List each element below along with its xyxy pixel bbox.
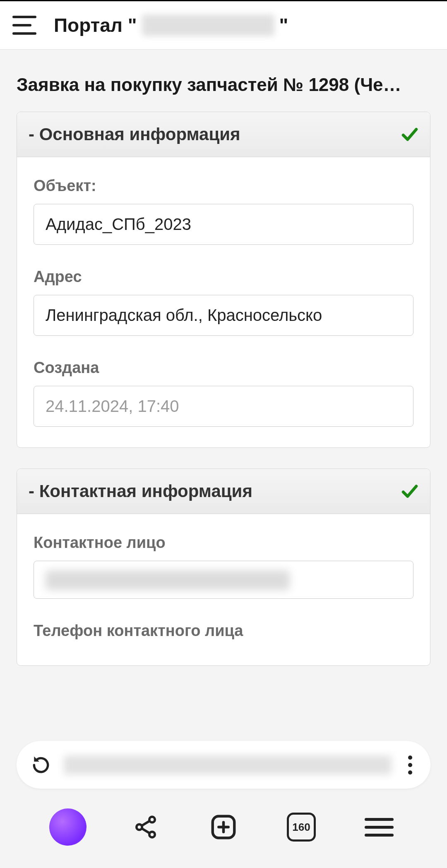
field-created: Создана 24.11.2024, 17:40 [34,359,413,427]
tabs-button[interactable]: 160 [283,808,320,846]
panel-contact-info: - Контактная информация Контактное лицо … [17,469,430,666]
field-object-input[interactable]: Адидас_СПб_2023 [34,204,413,245]
field-contact-person: Контактное лицо [34,534,413,599]
share-icon [133,814,159,840]
more-icon[interactable] [404,751,416,779]
svg-point-0 [137,824,142,830]
share-button[interactable] [127,808,164,846]
panel-contact-info-header[interactable]: - Контактная информация [17,469,430,514]
portal-title: Портал " " [54,14,288,36]
portal-prefix: Портал " [54,14,137,36]
plus-square-icon [209,813,238,842]
content-scroll[interactable]: Заявка на покупку запчастей № 1298 (Че… … [0,62,447,744]
portal-suffix: " [279,14,288,36]
reload-icon[interactable] [31,755,51,775]
assistant-button[interactable] [49,808,87,846]
check-icon [401,483,418,500]
field-address-label: Адрес [34,268,413,286]
svg-point-1 [149,817,155,822]
svg-line-4 [142,828,150,833]
panel-main-info-title: - Основная информация [29,124,240,144]
panel-main-info: - Основная информация Объект: Адидас_СПб… [17,112,430,448]
field-contact-person-input[interactable] [34,561,413,599]
field-address-input[interactable]: Ленинградская обл., Красносельско [34,295,413,336]
page-title: Заявка на покупку запчастей № 1298 (Че… [17,74,430,95]
assistant-icon [49,808,87,846]
svg-point-2 [149,832,155,837]
browser-chrome: 160 [0,741,447,868]
app-header: Портал " " [0,1,447,50]
check-icon [401,126,418,143]
address-bar[interactable] [17,741,430,789]
address-url-redacted[interactable] [64,756,392,775]
field-contact-person-label: Контактное лицо [34,534,413,552]
svg-line-3 [142,821,150,826]
field-created-input: 24.11.2024, 17:40 [34,386,413,427]
field-contact-phone: Телефон контактного лица [34,622,413,640]
browser-nav: 160 [17,805,430,858]
field-object-label: Объект: [34,177,413,195]
new-tab-button[interactable] [205,808,242,846]
menu-icon[interactable] [12,13,37,38]
field-object: Объект: Адидас_СПб_2023 [34,177,413,245]
browser-menu-button[interactable] [360,808,398,846]
portal-name-redacted [142,14,274,36]
field-created-label: Создана [34,359,413,377]
panel-contact-info-title: - Контактная информация [29,481,252,501]
menu-lines-icon [365,818,394,837]
tabs-count-badge: 160 [287,813,316,842]
panel-main-info-header[interactable]: - Основная информация [17,112,430,157]
field-contact-phone-label: Телефон контактного лица [34,622,413,640]
field-address: Адрес Ленинградская обл., Красносельско [34,268,413,336]
